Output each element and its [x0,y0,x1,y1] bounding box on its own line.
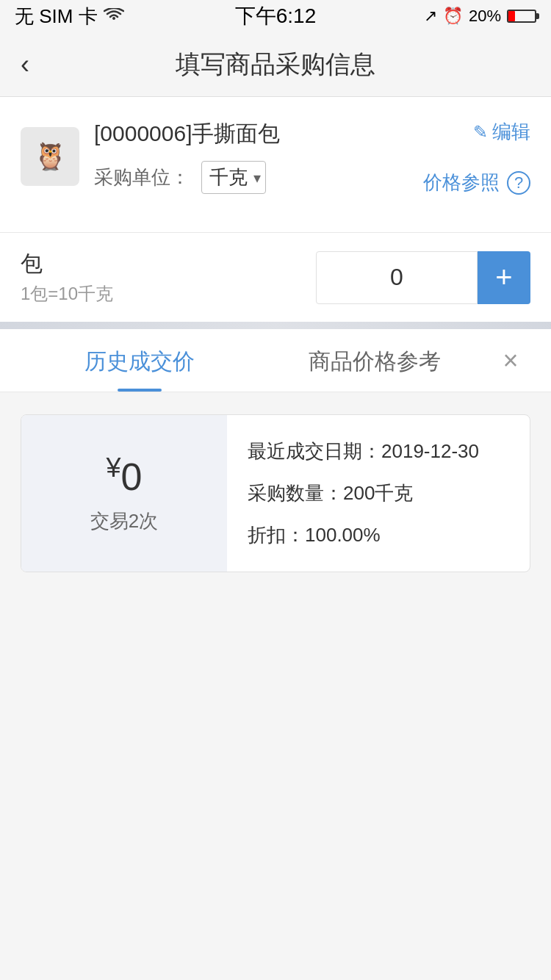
unit-value: 千克 [209,165,248,190]
page-header: ‹ 填写商品采购信息 [0,32,551,97]
status-time: 下午6:12 [235,2,317,30]
recent-date-value: 2019-12-30 [381,440,479,462]
edit-label: 编辑 [492,119,530,145]
price-value: 0 [121,456,143,499]
edit-icon: ✎ [473,122,488,143]
tabs-section: 历史成交价 商品价格参考 × [0,329,551,392]
back-button[interactable]: ‹ [21,49,29,80]
tabs-close-button[interactable]: × [492,342,529,379]
product-unit-row: 采购单位： 千克 [94,161,280,194]
tabs-header: 历史成交价 商品价格参考 × [0,329,551,392]
status-right: ↗ ⏰ 20% [424,7,536,26]
tab-market-price[interactable]: 商品价格参考 [257,329,492,392]
purchase-qty-value: 200千克 [343,482,413,504]
product-logo-icon: 🦉 [34,141,67,172]
tab-history-label: 历史成交价 [84,349,195,373]
quantity-plus-button[interactable]: + [478,251,530,304]
price-amount: ¥0 [107,453,143,499]
battery-percent: 20% [469,7,501,26]
battery-indicator [507,10,536,23]
page-title: 填写商品采购信息 [176,48,375,82]
product-thumbnail: 🦉 [21,127,79,186]
price-card: ¥0 交易2次 最近成交日期：2019-12-30 采购数量：200千克 折扣：… [21,414,530,572]
alarm-icon: ⏰ [443,7,463,26]
unit-select[interactable]: 千克 [201,161,266,194]
purchase-qty-row: 采购数量：200千克 [248,479,509,508]
quantity-input[interactable] [316,251,478,304]
product-name: [0000006]手撕面包 [94,119,280,149]
currency-symbol: ¥ [107,453,121,483]
purchase-qty-label: 采购数量： [248,482,343,504]
discount-label: 折扣： [248,524,305,546]
price-card-left: ¥0 交易2次 [21,415,227,572]
quantity-section: 包 1包=10千克 + [0,232,551,322]
price-ref-help-icon[interactable]: ? [507,171,530,195]
trade-count: 交易2次 [90,508,158,534]
price-ref-button[interactable]: 价格参照 [423,170,500,195]
edit-button[interactable]: ✎ 编辑 [473,119,530,145]
tab-history-price[interactable]: 历史成交价 [22,329,257,392]
tab-market-label: 商品价格参考 [309,349,441,373]
product-info: [0000006]手撕面包 采购单位： 千克 [94,119,280,194]
price-ref-row: 价格参照 ? [423,170,530,195]
carrier-text: 无 SIM 卡 [15,4,98,29]
wifi-icon [104,5,124,28]
product-section: 🦉 [0000006]手撕面包 采购单位： 千克 ✎ 编辑 价格参照 ? [0,97,551,232]
unit-label: 采购单位： [94,165,190,190]
product-left: 🦉 [0000006]手撕面包 采购单位： 千克 [21,119,280,194]
product-header: 🦉 [0000006]手撕面包 采购单位： 千克 ✎ 编辑 价格参照 ? [21,119,530,195]
stripe-divider [0,322,551,329]
location-icon: ↗ [424,7,437,26]
recent-date-label: 最近成交日期： [248,440,381,462]
discount-row: 折扣：100.00% [248,521,509,550]
status-left: 无 SIM 卡 [15,4,124,29]
recent-date-row: 最近成交日期：2019-12-30 [248,437,509,466]
quantity-label-group: 包 1包=10千克 [21,249,113,306]
quantity-unit-desc: 1包=10千克 [21,282,113,306]
card-container: ¥0 交易2次 最近成交日期：2019-12-30 采购数量：200千克 折扣：… [0,392,551,833]
price-card-right: 最近成交日期：2019-12-30 采购数量：200千克 折扣：100.00% [227,415,530,572]
status-bar: 无 SIM 卡 下午6:12 ↗ ⏰ 20% [0,0,551,32]
discount-value: 100.00% [305,524,381,546]
quantity-unit-name: 包 [21,249,113,279]
quantity-input-group: + [316,251,530,304]
